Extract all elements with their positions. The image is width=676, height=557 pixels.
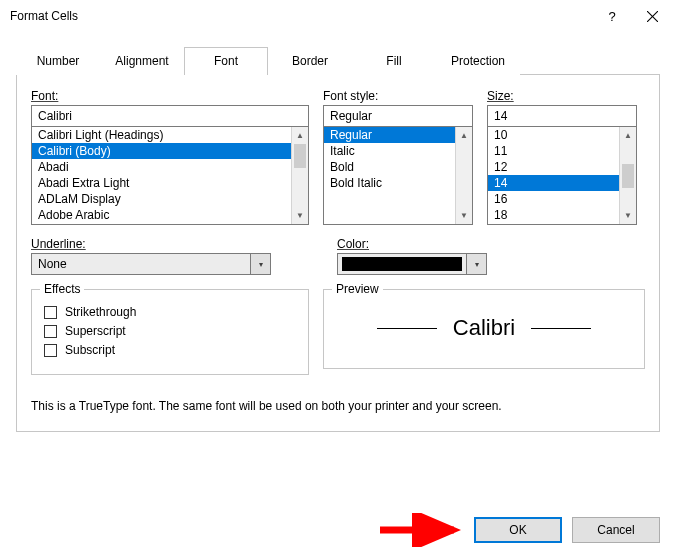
font-item[interactable]: Adobe Arabic [32, 207, 291, 223]
close-button[interactable] [632, 2, 672, 30]
subscript-label: Subscript [65, 343, 115, 357]
size-list[interactable]: 10 11 12 14 16 18 ▲ ▼ [487, 127, 637, 225]
font-item[interactable]: Abadi Extra Light [32, 175, 291, 191]
subscript-checkbox[interactable]: Subscript [44, 343, 296, 357]
tab-border[interactable]: Border [268, 47, 352, 75]
color-swatch [337, 253, 467, 275]
scroll-up-icon[interactable]: ▲ [620, 127, 636, 144]
effects-group: Effects Strikethrough Superscript Subscr… [31, 289, 309, 375]
font-item[interactable]: Calibri Light (Headings) [32, 127, 291, 143]
cancel-button[interactable]: Cancel [572, 517, 660, 543]
style-item[interactable]: Italic [324, 143, 455, 159]
tab-strip: Number Alignment Font Border Fill Protec… [16, 46, 660, 74]
chevron-down-icon[interactable]: ▾ [467, 253, 487, 275]
scroll-up-icon[interactable]: ▲ [292, 127, 308, 144]
tab-number[interactable]: Number [16, 47, 100, 75]
close-icon [647, 11, 658, 22]
preview-text: Calibri [453, 315, 515, 341]
checkbox-icon [44, 344, 57, 357]
font-item[interactable]: ADLaM Display [32, 191, 291, 207]
underline-label: Underline: [31, 237, 271, 251]
font-style-label: Font style: [323, 89, 473, 103]
style-item[interactable]: Regular [324, 127, 455, 143]
color-label: Color: [337, 237, 487, 251]
help-button[interactable]: ? [592, 2, 632, 30]
tab-protection[interactable]: Protection [436, 47, 520, 75]
scroll-up-icon[interactable]: ▲ [456, 127, 472, 144]
font-item[interactable]: Abadi [32, 159, 291, 175]
font-input[interactable] [31, 105, 309, 127]
preview-legend: Preview [332, 282, 383, 296]
size-item[interactable]: 10 [488, 127, 619, 143]
size-item[interactable]: 12 [488, 159, 619, 175]
strikethrough-checkbox[interactable]: Strikethrough [44, 305, 296, 319]
annotation-arrow-icon [376, 513, 468, 547]
titlebar: Format Cells ? [0, 0, 676, 32]
scroll-thumb[interactable] [294, 144, 306, 168]
style-item[interactable]: Bold [324, 159, 455, 175]
underline-value: None [31, 253, 251, 275]
dialog-title: Format Cells [10, 9, 592, 23]
style-scrollbar[interactable]: ▲ ▼ [455, 127, 472, 224]
strikethrough-label: Strikethrough [65, 305, 136, 319]
preview-underline-left [377, 328, 437, 329]
superscript-label: Superscript [65, 324, 126, 338]
font-footnote: This is a TrueType font. The same font w… [31, 399, 645, 413]
checkbox-icon [44, 325, 57, 338]
tab-alignment[interactable]: Alignment [100, 47, 184, 75]
scroll-thumb[interactable] [622, 164, 634, 188]
color-dropdown[interactable]: ▾ [337, 253, 487, 275]
scroll-down-icon[interactable]: ▼ [456, 207, 472, 224]
size-item[interactable]: 14 [488, 175, 619, 191]
font-label: Font: [31, 89, 309, 103]
ok-button[interactable]: OK [474, 517, 562, 543]
preview-underline-right [531, 328, 591, 329]
size-item[interactable]: 18 [488, 207, 619, 223]
preview-group: Preview Calibri [323, 289, 645, 369]
font-panel: Font: Calibri Light (Headings) Calibri (… [16, 75, 660, 432]
font-item[interactable]: Calibri (Body) [32, 143, 291, 159]
font-scrollbar[interactable]: ▲ ▼ [291, 127, 308, 224]
font-style-list[interactable]: Regular Italic Bold Bold Italic ▲ ▼ [323, 127, 473, 225]
size-input[interactable] [487, 105, 637, 127]
effects-legend: Effects [40, 282, 84, 296]
style-item[interactable]: Bold Italic [324, 175, 455, 191]
font-style-input[interactable] [323, 105, 473, 127]
tab-font[interactable]: Font [184, 47, 268, 75]
scroll-down-icon[interactable]: ▼ [620, 207, 636, 224]
tab-fill[interactable]: Fill [352, 47, 436, 75]
checkbox-icon [44, 306, 57, 319]
size-label: Size: [487, 89, 637, 103]
font-list[interactable]: Calibri Light (Headings) Calibri (Body) … [31, 127, 309, 225]
chevron-down-icon[interactable]: ▾ [251, 253, 271, 275]
dialog-buttons: OK Cancel [474, 517, 660, 543]
scroll-down-icon[interactable]: ▼ [292, 207, 308, 224]
underline-dropdown[interactable]: None ▾ [31, 253, 271, 275]
size-scrollbar[interactable]: ▲ ▼ [619, 127, 636, 224]
size-item[interactable]: 11 [488, 143, 619, 159]
superscript-checkbox[interactable]: Superscript [44, 324, 296, 338]
size-item[interactable]: 16 [488, 191, 619, 207]
